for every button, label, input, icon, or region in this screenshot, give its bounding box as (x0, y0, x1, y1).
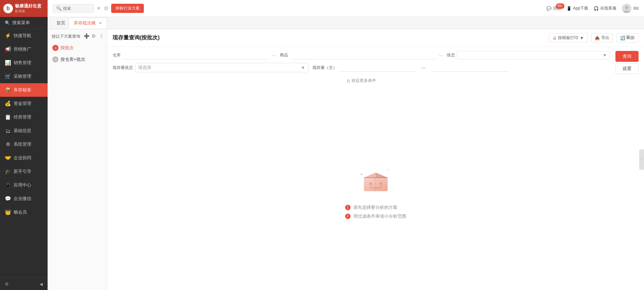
collapse-filter-bar[interactable]: ⋀ 收起更多条件 (113, 76, 610, 86)
messages-btn[interactable]: 💬 消息 99+ (546, 5, 561, 11)
page-header: 现存量查询(按批次) 🖨 按模板打印 ▼ 📤 导出 🔄 刷新 (107, 29, 644, 47)
nav-label-members: 畅会员 (14, 209, 27, 215)
inventory-status-dropdown-icon: ▼ (301, 65, 305, 70)
sidebar-item-members[interactable]: 👑 畅会员 (0, 205, 48, 219)
settings-icon[interactable]: ⚙ (5, 282, 9, 287)
app-download-btn[interactable]: 📱 App下载 (566, 5, 588, 11)
message-icon: 💬 (546, 6, 552, 11)
svg-text:✦: ✦ (360, 172, 363, 177)
sidebar-item-inventory[interactable]: 📦 库存核算 (0, 83, 48, 97)
inventory-main-label: 现存量（主） (312, 65, 337, 71)
plan-label-by-batch: 按批次 (61, 45, 74, 51)
experience-btn[interactable]: 体验行业方案 (111, 4, 144, 13)
empty-box-icon: ✦ ✦ ✦ (357, 159, 394, 196)
warehouse-more-icon[interactable]: ··· (272, 53, 276, 58)
query-btn[interactable]: 查询 (615, 51, 639, 62)
nav-label-app-center: 应用中心 (14, 182, 31, 188)
warehouse-label: 仓库 (113, 52, 121, 58)
tab-close-inventory-batch[interactable]: ✕ (99, 21, 102, 25)
topbar-search-icon: 🔍 (56, 6, 62, 11)
nav-label-finance: 资金管理 (14, 101, 31, 107)
sidebar-item-basic[interactable]: 🗂 基础信息 (0, 124, 48, 138)
svg-text:✦: ✦ (384, 187, 386, 190)
goods-input[interactable] (290, 51, 437, 59)
tab-label-inventory-batch: 库存批次账 (74, 20, 96, 26)
main-area: 🔍 ▼ ⚙ 体验行业方案 💬 消息 99+ 📱 App下载 🎧 在线客服 (48, 0, 644, 290)
topbar-dropdown-icon[interactable]: ▼ (97, 6, 101, 11)
nav-icon-enterprise-wechat: 💬 (5, 196, 11, 202)
app-logo: b (3, 4, 13, 13)
status-label: 状态 (447, 52, 455, 58)
collapse-sidebar-icon[interactable]: ◀ (39, 282, 43, 287)
add-plan-icon[interactable]: ➕ (84, 33, 89, 39)
nav-label-enterprise-wechat: 企业微信 (14, 196, 31, 202)
empty-tip-2: 2 用过滤条件来缩小分析范围 (345, 212, 406, 221)
username-label: Rit (633, 6, 639, 11)
online-service-btn[interactable]: 🎧 在线客服 (594, 5, 616, 11)
nav-icon-system: ⚙ (5, 141, 11, 147)
topbar-search-input[interactable] (63, 6, 90, 11)
right-panel: 现存量查询(按批次) 🖨 按模板打印 ▼ 📤 导出 🔄 刷新 (107, 29, 644, 290)
tab-home[interactable]: 首页 (53, 18, 69, 28)
print-btn[interactable]: 🖨 按模板打印 ▼ (549, 33, 588, 42)
plan-item-by-warehouse-batch[interactable]: ⊙ 按仓库+批次 (48, 54, 107, 65)
tabbar: 首页 库存批次账 ✕ (48, 17, 644, 29)
plan-item-by-batch[interactable]: ⊙ 按批次 (48, 42, 107, 54)
warehouse-input[interactable] (123, 51, 270, 59)
inventory-status-select[interactable]: 请选择 ▼ (135, 63, 308, 72)
filter-goods: 商品 ··· (280, 51, 443, 59)
empty-illustration: ✦ ✦ ✦ (357, 159, 394, 196)
inventory-main-from[interactable] (339, 64, 417, 72)
filter-warehouse: 仓库 ··· (113, 51, 276, 59)
sidebar-item-system[interactable]: ⚙ 系统管理 (0, 138, 48, 151)
sidebar-item-enterprise[interactable]: 🤝 企业协同 (0, 151, 48, 165)
avatar (622, 4, 631, 13)
export-icon: 📤 (595, 36, 600, 40)
user-profile-btn[interactable]: Rit (622, 4, 639, 13)
nav-label-shortcut: 快捷导航 (14, 33, 31, 39)
search-menu-label: 搜索菜单 (12, 20, 30, 26)
nav-icon-shortcut: ⚡ (5, 33, 11, 39)
collapse-up-icon: ⋀ (347, 78, 350, 83)
inventory-main-to[interactable] (430, 64, 508, 72)
collapse-filter-label: 收起更多条件 (352, 78, 376, 84)
refresh-icon: 🔄 (620, 36, 625, 40)
nav-icon-inventory: 📦 (5, 87, 11, 93)
topbar-right: 💬 消息 99+ 📱 App下载 🎧 在线客服 Rit (546, 4, 639, 13)
nav-icon-marketing: 📢 (5, 46, 11, 52)
sidebar-item-app-center[interactable]: 📱 应用中心 (0, 178, 48, 192)
sidebar-item-newcomer[interactable]: 🎓 新手引导 (0, 165, 48, 178)
collapse-panel-icon[interactable]: 《 (98, 33, 103, 39)
nav-icon-newcomer: 🎓 (5, 168, 11, 175)
goods-more-icon[interactable]: ··· (439, 53, 443, 58)
settings-btn[interactable]: 设置 (615, 63, 639, 74)
sidebar-item-operations[interactable]: 📋 经营管理 (0, 110, 48, 124)
print-dropdown-icon[interactable]: ▼ (580, 36, 584, 40)
filter-inventory-main: 现存量（主） — (312, 64, 508, 72)
sidebar-item-purchase[interactable]: 🛒 采购管理 (0, 70, 48, 83)
topbar-search-box[interactable]: 🔍 (53, 4, 94, 13)
panel-close-btn[interactable]: ✕ (625, 33, 630, 41)
svg-marker-3 (376, 173, 388, 178)
nav-label-system: 系统管理 (14, 141, 31, 147)
right-edge-collapse-btn[interactable]: › (639, 149, 644, 170)
settings-plan-icon[interactable]: ⚙ (91, 33, 96, 39)
svg-text:✦: ✦ (387, 168, 390, 171)
sidebar-item-marketing[interactable]: 📢 营销推广 (0, 42, 48, 56)
sidebar-item-finance[interactable]: 💰 资金管理 (0, 97, 48, 110)
tip-text-1: 请先选择要分析的方案 (353, 203, 397, 212)
goods-label: 商品 (280, 52, 288, 58)
sidebar: b 畅康通好生意 标准版 🔍 搜索菜单 ⚡ 快捷导航 📢 营销推广 📊 销售管理… (0, 0, 48, 290)
sidebar-item-sales[interactable]: 📊 销售管理 (0, 56, 48, 70)
export-btn[interactable]: 📤 导出 (591, 33, 613, 42)
search-menu-btn[interactable]: 🔍 搜索菜单 (0, 17, 48, 29)
topbar: 🔍 ▼ ⚙ 体验行业方案 💬 消息 99+ 📱 App下载 🎧 在线客服 (48, 0, 644, 17)
sidebar-item-shortcut[interactable]: ⚡ 快捷导航 (0, 29, 48, 42)
plan-icon-by-batch: ⊙ (52, 45, 58, 51)
tab-inventory-batch[interactable]: 库存批次账 ✕ (69, 18, 107, 29)
topbar-settings-icon[interactable]: ⚙ (104, 5, 108, 12)
status-select[interactable]: ▼ (457, 51, 610, 59)
sidebar-item-enterprise-wechat[interactable]: 💬 企业微信 (0, 192, 48, 205)
nav-label-marketing: 营销推广 (14, 46, 31, 52)
svg-marker-2 (364, 173, 376, 178)
